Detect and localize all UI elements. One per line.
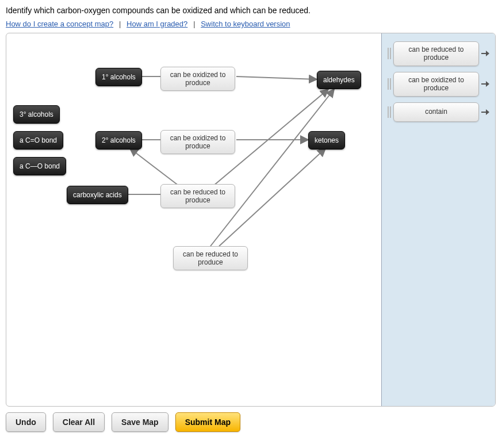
- arrow-right-icon: [481, 80, 489, 88]
- submit-map-button[interactable]: Submit Map: [175, 412, 240, 432]
- undo-button[interactable]: Undo: [6, 412, 46, 432]
- node-rel-oxidized-2[interactable]: can be oxidized to produce: [160, 130, 235, 154]
- node-c-single-o[interactable]: a C—O bond: [13, 157, 66, 175]
- question-text: Identify which carbon-oxygen compounds c…: [6, 6, 496, 15]
- save-map-button[interactable]: Save Map: [112, 412, 168, 432]
- palette-item[interactable]: contain: [388, 102, 489, 122]
- node-ketones[interactable]: ketones: [308, 131, 345, 150]
- node-1-alcohols[interactable]: 1° alcohols: [95, 68, 142, 86]
- palette-label: can be reduced to produce: [393, 41, 479, 66]
- node-carboxylic-acids[interactable]: carboxylic acids: [67, 186, 128, 204]
- svg-line-1: [236, 76, 317, 79]
- workspace: 1° alcohols can be oxidized to produce a…: [6, 33, 496, 407]
- node-rel-reduced-2[interactable]: can be reduced to produce: [173, 246, 248, 270]
- drag-handle-icon: [388, 106, 391, 118]
- canvas-area[interactable]: 1° alcohols can be oxidized to produce a…: [6, 33, 381, 407]
- link-graded[interactable]: How am I graded?: [127, 20, 187, 28]
- drag-handle-icon: [388, 78, 391, 90]
- link-keyboard[interactable]: Switch to keyboard version: [201, 20, 290, 28]
- node-3-alcohols[interactable]: 3° alcohols: [13, 105, 60, 124]
- node-rel-reduced-1[interactable]: can be reduced to produce: [160, 184, 235, 208]
- separator: |: [119, 20, 121, 28]
- link-create-map[interactable]: How do I create a concept map?: [6, 20, 113, 28]
- clear-all-button[interactable]: Clear All: [53, 412, 105, 432]
- separator: |: [193, 20, 196, 28]
- node-c-double-o[interactable]: a C=O bond: [13, 131, 63, 150]
- node-aldehydes[interactable]: aldehydes: [317, 71, 361, 89]
- node-2-alcohols[interactable]: 2° alcohols: [95, 131, 142, 150]
- palette-item[interactable]: can be oxidized to produce: [388, 72, 489, 97]
- arrow-right-icon: [481, 108, 489, 116]
- svg-line-8: [210, 89, 334, 246]
- drag-handle-icon: [388, 48, 391, 59]
- node-rel-oxidized-1[interactable]: can be oxidized to produce: [160, 67, 235, 91]
- relation-palette: can be reduced to produce can be oxidize…: [381, 33, 495, 407]
- help-links: How do I create a concept map? | How am …: [6, 20, 496, 28]
- palette-label: can be oxidized to produce: [393, 72, 479, 97]
- palette-label: contain: [393, 102, 479, 122]
- palette-item[interactable]: can be reduced to produce: [388, 41, 489, 66]
- toolbar: Undo Clear All Save Map Submit Map: [6, 412, 496, 432]
- arrow-right-icon: [481, 49, 489, 58]
